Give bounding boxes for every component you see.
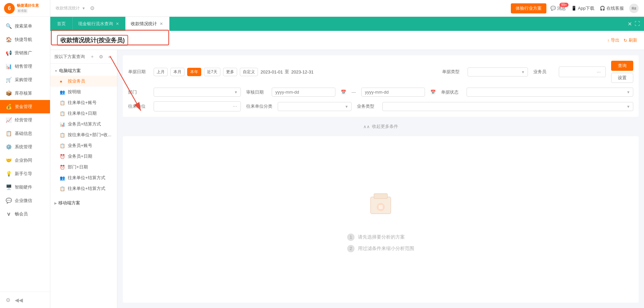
system-icon: ⚙️ xyxy=(5,144,12,150)
collapse-sidebar-icon[interactable]: ◀◀ xyxy=(15,296,23,304)
desktop-scheme-title[interactable]: ▼ 电脑端方案 xyxy=(50,66,117,76)
topbar-gear-icon[interactable]: ⚙ xyxy=(88,4,97,13)
scheme-by-detail[interactable]: 👥 按明细 xyxy=(50,87,117,97)
sidebar-item-shortcut[interactable]: 🏠 快捷导航 xyxy=(0,33,50,46)
sidebar-item-marketing[interactable]: 📢 营销推广 xyxy=(0,46,50,60)
sidebar-item-hardware[interactable]: 🖥️ 智能硬件 xyxy=(0,181,50,194)
biz-type-select[interactable]: ▾ xyxy=(382,102,633,111)
panel-header-icons: ＋ ⚙ « xyxy=(89,53,113,60)
filter-row-3: 往来单位 ··· 往来单位分类 ▾ 业务类型 xyxy=(128,101,633,111)
mobile-scheme-label: 移动端方案 xyxy=(58,200,80,206)
scheme-by-unit-dept[interactable]: 📋 按往来单位+部门+收... xyxy=(50,130,117,140)
tab-home[interactable]: 首页 xyxy=(50,17,73,31)
settings-bottom-icon[interactable]: ⚙ xyxy=(4,296,12,304)
scheme-dept-date-label: 部门+日期 xyxy=(68,164,88,170)
scheme-by-dept-date[interactable]: ⏰ 部门+日期 xyxy=(50,162,117,172)
sidebar-item-guide-label: 新手引导 xyxy=(15,171,32,177)
query-button[interactable]: 查询 xyxy=(611,61,633,71)
date-btn-custom[interactable]: 自定义 xyxy=(240,68,258,76)
scheme-by-unit-settle2[interactable]: 📋 往来单位+结算方式 xyxy=(50,183,117,194)
scheme-by-sales-settle[interactable]: 📊 业务员+结算方式 xyxy=(50,119,117,130)
step-num-2: 2 xyxy=(347,245,355,252)
sidebar-bottom: ⚙ ◀◀ xyxy=(0,292,50,308)
collapse-bar[interactable]: ∧∧ 收起更多条件 xyxy=(123,121,639,132)
sidebar-item-basic[interactable]: 📋 基础信息 xyxy=(0,127,50,140)
date-btn-more[interactable]: 更多 xyxy=(223,68,237,76)
date-btn-7days[interactable]: 近7天 xyxy=(204,68,220,76)
partner-select[interactable]: ··· xyxy=(154,101,241,111)
warehouse-icon: 📦 xyxy=(5,90,12,97)
scheme-unit-dept-label: 按往来单位+部门+收... xyxy=(68,132,111,138)
tabbar-actions: ✕ ⛶ xyxy=(628,21,644,27)
scheme-icon-sales-settle: 📊 xyxy=(60,122,66,127)
date-btn-this-month[interactable]: 本月 xyxy=(170,68,184,76)
scheme-by-unit-settle1[interactable]: 👥 往来单位+结算方式 xyxy=(50,172,117,183)
sidebar-item-system[interactable]: ⚙️ 系统管理 xyxy=(0,140,50,154)
sidebar-item-enterprise[interactable]: 🤝 企业协同 xyxy=(0,154,50,167)
filter-row-1: 单据日期 上月 本月 本年 近7天 更多 自定义 2023-01-01 至 xyxy=(128,61,633,83)
add-scheme-button[interactable]: ＋ xyxy=(89,53,96,60)
review-date-to-input[interactable] xyxy=(361,88,425,97)
doc-status-select[interactable]: ▾ xyxy=(467,88,633,97)
partner-more-icon[interactable]: ··· xyxy=(233,103,237,109)
date-btn-last-month[interactable]: 上月 xyxy=(154,68,168,76)
refresh-button[interactable]: ↻ 刷新 xyxy=(624,37,637,43)
desktop-scheme-group: ▼ 电脑端方案 ● 按业务员 👥 按明细 📋 往来单位+账号 xyxy=(50,64,117,196)
step-num-1: 1 xyxy=(347,234,355,241)
scheme-settings-button[interactable]: ⚙ xyxy=(98,53,104,60)
sidebar-item-sales[interactable]: 📊 销售管理 xyxy=(0,60,50,73)
sidebar-item-member[interactable]: V 畅会员 xyxy=(0,207,50,221)
sidebar-item-finance[interactable]: 💰 资金管理 xyxy=(0,100,50,113)
review-date-from-cal-icon[interactable]: 📅 xyxy=(341,90,346,95)
date-btn-this-year[interactable]: 本年 xyxy=(187,68,201,76)
salesperson-select[interactable]: ··· xyxy=(559,66,606,77)
user-avatar[interactable]: Rit xyxy=(629,4,639,13)
sidebar-item-warehouse[interactable]: 📦 库存核算 xyxy=(0,87,50,100)
doc-type-select[interactable]: ▾ xyxy=(468,67,528,76)
scheme-by-salesperson[interactable]: ● 按业务员 xyxy=(50,76,117,87)
messages-badge: 99+ xyxy=(559,3,569,7)
message-icon: 💬 xyxy=(550,6,556,11)
sidebar-item-guide[interactable]: 💡 新手引导 xyxy=(0,167,50,181)
app-download-button[interactable]: 📱 App下载 xyxy=(571,5,594,11)
export-icon: ↑ xyxy=(607,38,610,43)
scheme-by-sales-date[interactable]: ⏰ 业务员+日期 xyxy=(50,151,117,162)
doc-status-chevron-icon: ▾ xyxy=(627,90,630,95)
mobile-scheme-title[interactable]: ▶ 移动端方案 xyxy=(50,198,117,208)
messages-button[interactable]: 💬 消息 99+ xyxy=(550,5,566,11)
hardware-icon: 🖥️ xyxy=(5,184,12,191)
tab-bank-close-icon[interactable]: ✕ xyxy=(115,21,120,26)
trial-button[interactable]: 体验行业方案 xyxy=(511,3,546,13)
scheme-by-unit-date[interactable]: 📋 往来单位+日期 xyxy=(50,108,117,119)
biz-type-chevron-icon: ▾ xyxy=(627,104,630,109)
tab-close-window-icon[interactable]: ✕ xyxy=(628,21,632,27)
review-date-from-input[interactable] xyxy=(272,88,335,97)
sidebar-item-search[interactable]: 🔍 搜索菜单 xyxy=(0,19,50,33)
tab-receipt-close-icon[interactable]: ✕ xyxy=(159,21,164,26)
tab-bank[interactable]: 现金银行流水查询 ✕ xyxy=(73,17,125,31)
tab-receipt[interactable]: 收款情况统计 ✕ xyxy=(125,17,169,31)
collapse-panel-button[interactable]: « xyxy=(106,53,113,60)
tabbar: 首页 现金银行流水查询 ✕ 收款情况统计 ✕ ✕ ⛶ xyxy=(50,17,644,31)
sidebar-item-operations[interactable]: 📈 经营管理 xyxy=(0,113,50,127)
dept-label: 部门 xyxy=(128,89,148,95)
export-button[interactable]: ↑ 导出 xyxy=(607,37,620,43)
dept-select[interactable]: ▾ xyxy=(154,88,241,97)
tab-receipt-label: 收款情况统计 xyxy=(131,21,157,27)
topbar-dropdown-icon[interactable]: ▾ xyxy=(83,6,85,11)
tab-maximize-icon[interactable]: ⛶ xyxy=(635,21,640,27)
settings-button[interactable]: 设置 xyxy=(611,73,633,83)
marketing-icon: 📢 xyxy=(5,50,12,56)
partner-category-select[interactable]: ▾ xyxy=(278,102,352,111)
scheme-by-unit-account[interactable]: 📋 往来单位+账号 xyxy=(50,97,117,108)
salesperson-more-icon[interactable]: ··· xyxy=(595,68,602,75)
review-date-to-cal-icon[interactable]: 📅 xyxy=(430,90,436,95)
panel-header: 按以下方案查询 ＋ ⚙ « xyxy=(50,50,117,64)
sidebar-item-wechat[interactable]: 💬 企业微信 xyxy=(0,194,50,207)
sidebar-item-purchase[interactable]: 🛒 采购管理 xyxy=(0,73,50,87)
online-service-button[interactable]: 🎧 在线客服 xyxy=(600,5,624,11)
sidebar: 6 畅捷通好生意 标准版 🔍 搜索菜单 🏠 快捷导航 📢 营销推广 📊 销售管理… xyxy=(0,0,50,308)
scheme-by-sales-account[interactable]: 📋 业务员+账号 xyxy=(50,140,117,151)
empty-step-1: 1 请先选择要分析的方案 xyxy=(347,234,414,241)
sidebar-item-shortcut-label: 快捷导航 xyxy=(15,37,32,43)
